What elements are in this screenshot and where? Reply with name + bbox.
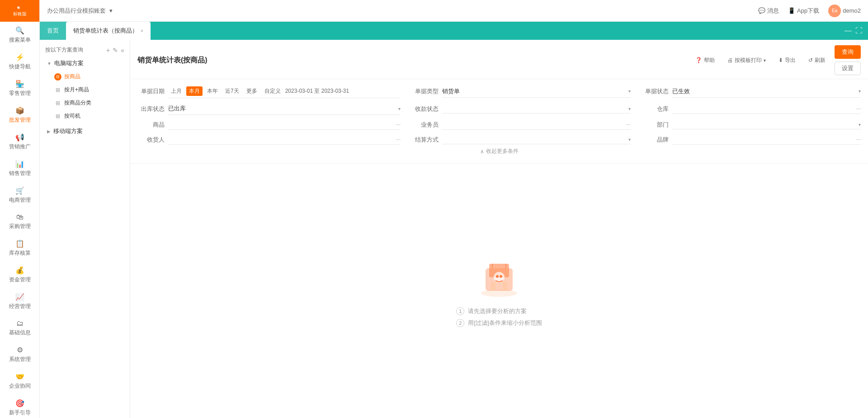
- sidebar-item-finance[interactable]: 💰 资金管理: [0, 261, 39, 288]
- receipt-status-dropdown-icon[interactable]: ▾: [628, 106, 631, 111]
- export-label: 导出: [785, 57, 796, 64]
- brand-dots-icon[interactable]: ···: [856, 136, 861, 142]
- main-area: 办公用品行业模拟账套 ▾ 💬 消息 📱 App下载 Ea demo2 首页: [40, 0, 868, 418]
- tab-minimize-icon[interactable]: —: [844, 27, 852, 35]
- sidebar-item-ecommerce[interactable]: 🛒 电商管理: [0, 182, 39, 209]
- tab-close-icon[interactable]: ×: [141, 28, 143, 33]
- sidebar-item-quicknav[interactable]: ⚡ 快捷导航: [0, 48, 39, 75]
- tree-group-desktop-label: 电脑端方案: [54, 59, 84, 67]
- app-subtitle: 标账版: [13, 11, 27, 17]
- dept-value[interactable]: ▾: [672, 120, 861, 129]
- app-download-btn[interactable]: 📱 App下载: [788, 7, 819, 15]
- out-status-label: 出库状态: [137, 105, 165, 113]
- print-dropdown-icon: ▾: [764, 58, 766, 63]
- date-tab-custom[interactable]: 自定义: [262, 86, 283, 96]
- goods-value[interactable]: ···: [168, 119, 401, 130]
- sidebar-item-search[interactable]: 🔍 搜索菜单: [0, 22, 39, 48]
- date-tab-this-year[interactable]: 本年: [204, 86, 221, 96]
- brand-label: 品牌: [642, 136, 669, 144]
- date-tab-7days[interactable]: 近7天: [222, 86, 242, 96]
- user-profile-btn[interactable]: Ea demo2: [828, 5, 861, 17]
- export-icon: ⬇: [778, 57, 783, 63]
- doc-type-dropdown-icon[interactable]: ▾: [628, 89, 631, 94]
- sidebar-item-enterprise[interactable]: 🤝 企业协同: [0, 368, 39, 394]
- tree-child-by-category[interactable]: ⊞ 按商品分类: [40, 96, 130, 109]
- left-panel: 按以下方案查询 + ✎ « ▼ 电脑端方案 按 按商品 ⊞ 按月+商品: [40, 40, 130, 418]
- query-btn[interactable]: 查询: [835, 45, 861, 59]
- add-scheme-btn[interactable]: +: [106, 47, 110, 54]
- tree-child-by-goods[interactable]: 按 按商品: [40, 70, 130, 83]
- logo-area: 畅 标账版: [0, 0, 39, 22]
- help-label: 帮助: [704, 57, 715, 64]
- export-btn[interactable]: ⬇ 导出: [775, 55, 799, 66]
- receiver-value[interactable]: ···: [168, 134, 401, 145]
- sidebar-item-purchase[interactable]: 🛍 采购管理: [0, 209, 39, 235]
- help-icon: ❓: [695, 57, 702, 63]
- sidebar-item-inventory[interactable]: 📋 库存核算: [0, 235, 39, 261]
- tree-group-mobile[interactable]: ▶ 移动端方案: [40, 124, 130, 138]
- filter-row-3: 商品 ··· 业务员 ··· 部门: [137, 119, 861, 130]
- goods-dots-icon[interactable]: ···: [396, 121, 401, 128]
- collapse-panel-btn[interactable]: «: [121, 47, 124, 54]
- settings-btn[interactable]: 设置: [835, 62, 861, 75]
- filter-goods: 商品 ···: [137, 119, 401, 130]
- collapse-btn[interactable]: ∧ 收起更多条件: [137, 145, 861, 158]
- by-category-icon: ⊞: [54, 100, 61, 107]
- tree-arrow-mobile: ▶: [47, 129, 51, 134]
- goods-label: 商品: [137, 121, 165, 129]
- tree-child-by-month-goods[interactable]: ⊞ 按月+商品: [40, 83, 130, 96]
- tab-home[interactable]: 首页: [40, 22, 66, 40]
- date-tab-last-month[interactable]: 上月: [168, 86, 184, 96]
- brand-value[interactable]: ···: [672, 134, 861, 145]
- payment-value[interactable]: ▾: [442, 135, 631, 144]
- date-tab-more[interactable]: 更多: [244, 86, 260, 96]
- message-btn[interactable]: 💬 消息: [758, 7, 779, 15]
- doc-status-dropdown-icon[interactable]: ▾: [859, 89, 861, 94]
- tab-maximize-icon[interactable]: ⛶: [855, 27, 863, 35]
- doc-type-value[interactable]: 销货单 ▾: [442, 86, 631, 98]
- sidebar-item-wholesale[interactable]: 📦 批发管理: [0, 102, 39, 128]
- top-bar: 办公用品行业模拟账套 ▾ 💬 消息 📱 App下载 Ea demo2: [40, 0, 868, 22]
- tree-child-by-driver[interactable]: ⊞ 按司机: [40, 109, 130, 123]
- top-bar-right: 💬 消息 📱 App下载 Ea demo2: [758, 5, 861, 17]
- page-header: 销货单统计表(按商品) ❓ 帮助 🖨 按模板打印 ▾ ⬇ 导出: [130, 40, 868, 79]
- edit-scheme-btn[interactable]: ✎: [113, 47, 118, 54]
- sidebar-item-marketing[interactable]: 📢 营销推广: [0, 128, 39, 155]
- payment-dropdown-icon[interactable]: ▾: [628, 137, 631, 142]
- refresh-label: 刷新: [815, 57, 826, 64]
- receipt-status-value[interactable]: ▾: [442, 104, 631, 114]
- out-status-dropdown-icon[interactable]: ▾: [398, 106, 401, 111]
- help-btn[interactable]: ❓ 帮助: [692, 55, 718, 66]
- warehouse-dots-icon[interactable]: ···: [856, 105, 861, 112]
- print-btn[interactable]: 🖨 按模板打印 ▾: [724, 55, 769, 66]
- date-tab-this-month[interactable]: 本月: [186, 86, 203, 96]
- sidebar-item-retail[interactable]: 🏪 零售管理: [0, 75, 39, 102]
- avatar: Ea: [828, 5, 841, 17]
- sidebar-item-basic[interactable]: 🗂 基础信息: [0, 315, 39, 341]
- salesperson-dots-icon[interactable]: ···: [626, 121, 631, 128]
- tab-sales-report[interactable]: 销货单统计表（按商品） ×: [66, 22, 151, 40]
- sidebar-item-system[interactable]: ⚙ 系统管理: [0, 341, 39, 368]
- tree-arrow-desktop: ▼: [47, 61, 52, 66]
- dept-dropdown-icon[interactable]: ▾: [859, 122, 861, 127]
- empty-tips: 1 请先选择要分析的方案 2 用[过滤]条件来缩小分析范围: [456, 307, 542, 327]
- svg-point-5: [494, 272, 505, 283]
- out-status-text: 已出库: [168, 104, 186, 113]
- refresh-btn[interactable]: ↺ 刷新: [805, 55, 829, 66]
- warehouse-value[interactable]: ···: [672, 104, 861, 114]
- industry-selector[interactable]: 办公用品行业模拟账套 ▾: [47, 7, 113, 15]
- tree-group-desktop[interactable]: ▼ 电脑端方案: [40, 57, 130, 70]
- receiver-dots-icon[interactable]: ···: [396, 136, 401, 142]
- tree-child-by-month-goods-label: 按月+商品: [64, 86, 89, 94]
- filter-warehouse: 仓库 ···: [642, 104, 861, 114]
- svg-rect-10: [491, 282, 495, 291]
- salesperson-value[interactable]: ···: [442, 119, 631, 130]
- doc-status-value[interactable]: 已生效 ▾: [672, 86, 861, 98]
- app-download-label: App下载: [797, 7, 819, 15]
- sidebar-item-operation[interactable]: 📈 经营管理: [0, 288, 39, 315]
- tab-home-label: 首页: [47, 27, 59, 35]
- sidebar-item-sales[interactable]: 📊 销售管理: [0, 155, 39, 182]
- sidebar-item-guide[interactable]: 🎯 新手引导: [0, 394, 39, 418]
- date-range-value: 2023-03-01 至 2023-03-31: [285, 87, 349, 95]
- out-status-value[interactable]: 已出库 ▾: [168, 103, 401, 115]
